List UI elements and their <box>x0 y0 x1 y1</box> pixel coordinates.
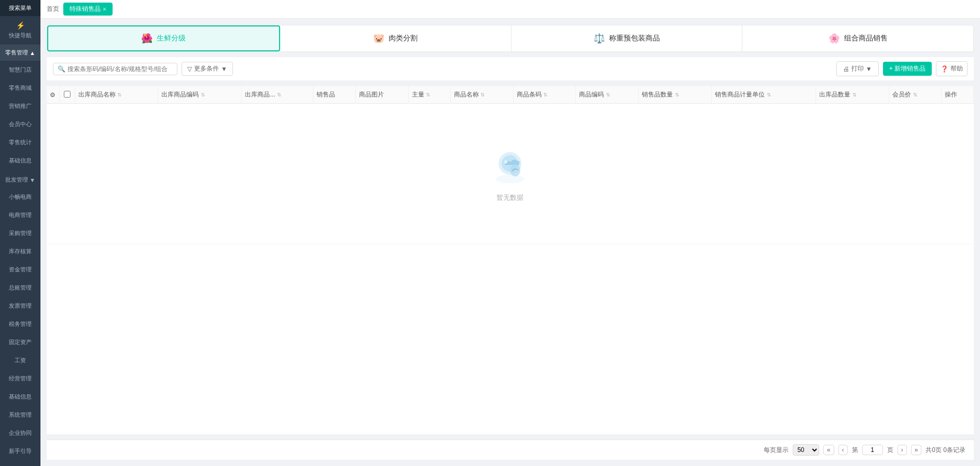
system-mgmt-label: 系统管理 <box>9 411 32 419</box>
page-suffix: 页 <box>887 446 893 455</box>
col-sale-unit-label: 销售商品计量单位 <box>715 91 765 98</box>
prev-page-button[interactable]: ‹ <box>838 445 848 455</box>
search-input[interactable] <box>67 65 173 73</box>
search-box[interactable]: 🔍 <box>53 63 177 75</box>
invoice-mgmt-label: 发票管理 <box>9 302 32 310</box>
home-breadcrumb[interactable]: 首页 <box>47 5 59 13</box>
sort-icon-9: ⇅ <box>767 92 771 98</box>
next-page-button[interactable]: › <box>898 445 907 455</box>
filter-chevron-icon: ▼ <box>221 65 227 73</box>
col-out-product-x[interactable]: 出库商品... ⇅ <box>242 86 313 104</box>
sidebar: 搜索菜单 ⚡ 快捷导航 零售管理 ▲ 智慧门店 零售商城 营销推广 会员中心 零… <box>0 0 40 466</box>
empty-illustration <box>489 145 531 187</box>
sidebar-item-invoice-mgmt[interactable]: 发票管理 <box>0 297 40 315</box>
col-product-code[interactable]: 商品编码 ⇅ <box>576 86 639 104</box>
finance-label: 资金管理 <box>9 266 32 273</box>
col-out-product-name-label: 出库商品名称 <box>78 91 116 98</box>
help-icon: ❓ <box>941 65 948 73</box>
sidebar-item-business-mgmt[interactable]: 经营管理 <box>0 369 40 388</box>
first-page-button[interactable]: « <box>823 445 834 455</box>
sidebar-item-purchase-mgmt[interactable]: 采购管理 <box>0 224 40 242</box>
page-input[interactable] <box>862 445 883 455</box>
filter-icon: ▽ <box>187 65 192 73</box>
sidebar-item-mini-ecom[interactable]: 小畅电商 <box>0 188 40 206</box>
col-out-qty-label: 出库品数量 <box>819 91 850 98</box>
data-table: ⚙ 出库商品名称 ⇅ 出库商品编码 ⇅ 出库商品... ⇅ <box>47 86 974 244</box>
active-tab[interactable]: 特殊销售品 × <box>63 3 113 16</box>
col-member-price[interactable]: 会员价 ⇅ <box>889 86 942 104</box>
sidebar-item-salary[interactable]: 工资 <box>0 351 40 369</box>
col-out-qty[interactable]: 出库品数量 ⇅ <box>816 86 889 104</box>
last-page-button[interactable]: » <box>911 445 922 455</box>
col-checkbox[interactable] <box>59 86 75 104</box>
sidebar-item-newbie[interactable]: 新手引导 <box>0 442 40 460</box>
sort-icon-10: ⇅ <box>852 92 857 98</box>
tab-scale-prepack[interactable]: ⚖️ 称重预包装商品 <box>512 25 743 51</box>
tab-fresh-grade[interactable]: 🌺 生鲜分级 <box>47 25 280 51</box>
sidebar-logo: 搜索菜单 <box>0 0 40 16</box>
active-tab-label: 特殊销售品 <box>70 5 101 13</box>
per-page-label: 每页显示 <box>764 446 789 455</box>
sort-icon-7: ⇅ <box>606 92 610 98</box>
table-header-row: ⚙ 出库商品名称 ⇅ 出库商品编码 ⇅ 出库商品... ⇅ <box>47 86 974 104</box>
sidebar-item-wholesale-mgmt[interactable]: 批发管理 ▼ <box>0 172 40 188</box>
basic-info-label: 基础信息 <box>9 157 32 165</box>
tab-combo-sales[interactable]: 🌸 组合商品销售 <box>742 25 973 51</box>
col-out-product-x-label: 出库商品... <box>245 91 275 98</box>
svg-point-4 <box>504 160 507 163</box>
sidebar-item-fixed-assets[interactable]: 固定资产 <box>0 333 40 351</box>
empty-state: 暂无数据 <box>47 104 974 244</box>
col-main-weight[interactable]: 主量 ⇅ <box>408 86 450 104</box>
sidebar-item-ecom-mgmt[interactable]: 电商管理 <box>0 206 40 224</box>
sidebar-item-member-center[interactable]: 会员中心 <box>0 115 40 133</box>
main-content: 首页 特殊销售品 × 🌺 生鲜分级 🐷 肉类分割 ⚖️ 称重预包装商品 🌸 组合… <box>40 0 980 466</box>
sidebar-item-retail-mgmt[interactable]: 零售管理 ▲ <box>0 45 40 61</box>
filter-button[interactable]: ▽ 更多条件 ▼ <box>182 62 233 76</box>
sidebar-item-general-ledger[interactable]: 总账管理 <box>0 279 40 297</box>
table-container: ⚙ 出库商品名称 ⇅ 出库商品编码 ⇅ 出库商品... ⇅ <box>47 86 974 434</box>
print-button[interactable]: 🖨 打印 ▼ <box>836 61 879 76</box>
scale-prepack-icon: ⚖️ <box>593 33 605 44</box>
col-out-product-code[interactable]: 出库商品编码 ⇅ <box>158 86 242 104</box>
sidebar-item-basic-info2[interactable]: 基础信息 <box>0 388 40 406</box>
tab-meat-cut[interactable]: 🐷 肉类分割 <box>280 25 512 51</box>
sidebar-item-retail-mall[interactable]: 零售商城 <box>0 79 40 97</box>
sidebar-item-finance[interactable]: 资金管理 <box>0 261 40 279</box>
combo-sales-label: 组合商品销售 <box>844 34 888 43</box>
col-sale-qty[interactable]: 销售品数量 ⇅ <box>639 86 712 104</box>
sidebar-item-tax-mgmt[interactable]: 税务管理 <box>0 315 40 333</box>
sort-icon-4: ⇅ <box>426 92 430 98</box>
col-product-name[interactable]: 商品名称 ⇅ <box>450 86 513 104</box>
new-sale-label: + 新增销售品 <box>889 64 926 73</box>
sidebar-item-retail-stats[interactable]: 零售统计 <box>0 133 40 152</box>
fresh-grade-icon: 🌺 <box>141 33 153 44</box>
sidebar-item-quick-nav[interactable]: ⚡ 快捷导航 <box>0 16 40 45</box>
toolbar-left: 🔍 ▽ 更多条件 ▼ <box>53 62 233 76</box>
content-area: 🌺 生鲜分级 🐷 肉类分割 ⚖️ 称重预包装商品 🌸 组合商品销售 🔍 <box>40 19 980 466</box>
page-label: 第 <box>852 446 858 455</box>
quick-nav-icon: ⚡ <box>16 21 25 30</box>
retail-stats-label: 零售统计 <box>9 139 32 146</box>
help-button[interactable]: ❓ 帮助 <box>936 61 968 76</box>
sidebar-item-sales-promo[interactable]: 营销推广 <box>0 97 40 115</box>
sidebar-item-enterprise[interactable]: 企业协同 <box>0 424 40 442</box>
col-product-barcode[interactable]: 商品条码 ⇅ <box>513 86 576 104</box>
col-out-product-code-label: 出库商品编码 <box>161 91 199 98</box>
select-all-checkbox[interactable] <box>64 91 71 98</box>
col-sale-product-label: 销售品 <box>316 91 335 98</box>
sidebar-item-inventory[interactable]: 库存核算 <box>0 242 40 261</box>
wholesale-mgmt-label: 批发管理 <box>5 176 28 184</box>
sidebar-item-basic-info[interactable]: 基础信息 <box>0 152 40 170</box>
svg-point-0 <box>495 175 524 183</box>
sidebar-item-smart-store[interactable]: 智慧门店 <box>0 61 40 79</box>
chevron-down-icon: ▼ <box>30 177 35 183</box>
sidebar-item-system-mgmt[interactable]: 系统管理 <box>0 406 40 424</box>
col-sale-unit[interactable]: 销售商品计量单位 ⇅ <box>712 86 816 104</box>
close-tab-icon[interactable]: × <box>103 6 106 13</box>
per-page-select[interactable]: 50 10 20 100 <box>793 444 819 456</box>
business-mgmt-label: 经营管理 <box>9 375 32 382</box>
new-sale-button[interactable]: + 新增销售品 <box>883 62 932 76</box>
col-settings[interactable]: ⚙ <box>47 86 59 104</box>
smart-store-label: 智慧门店 <box>9 66 32 74</box>
col-out-product-name[interactable]: 出库商品名称 ⇅ <box>75 86 158 104</box>
